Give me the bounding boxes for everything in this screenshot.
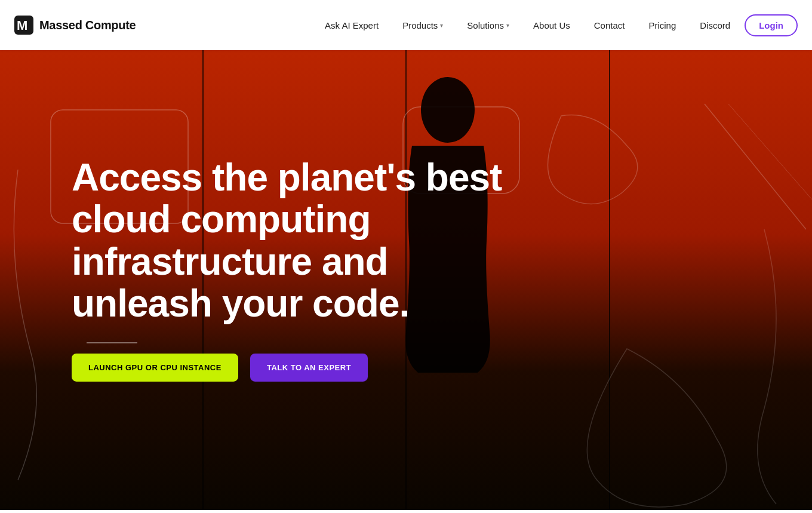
nav-item-pricing[interactable]: Pricing (639, 16, 685, 35)
nav-item-solutions[interactable]: Solutions ▾ (457, 16, 519, 35)
brand-name: Massed Compute (39, 19, 136, 32)
nav-label-pricing: Pricing (648, 20, 676, 30)
nav-label-about: About Us (533, 20, 570, 30)
nav-label-ask-ai: Ask AI Expert (325, 20, 379, 30)
brand-link[interactable]: M Massed Compute (14, 16, 136, 35)
chevron-down-icon: ▾ (440, 22, 443, 29)
navbar-nav: Ask AI Expert Products ▾ Solutions ▾ Abo… (315, 14, 798, 36)
nav-label-discord: Discord (700, 20, 730, 30)
nav-item-contact[interactable]: Contact (585, 16, 635, 35)
nav-item-products[interactable]: Products ▾ (393, 16, 453, 35)
svg-text:M: M (17, 18, 27, 33)
talk-to-expert-button[interactable]: TALK TO AN EXPERT (250, 353, 368, 381)
nav-label-products: Products (402, 20, 438, 30)
nav-label-solutions: Solutions (467, 20, 504, 30)
panel-4 (610, 50, 813, 510)
chevron-down-icon: ▾ (506, 22, 509, 29)
brand-logo-icon: M (14, 16, 33, 35)
nav-label-contact: Contact (594, 20, 625, 30)
hero-content: Access the planet's best cloud computing… (72, 156, 513, 382)
nav-item-ask-ai[interactable]: Ask AI Expert (315, 16, 388, 35)
hero-section: Access the planet's best cloud computing… (0, 50, 812, 510)
launch-instance-button[interactable]: LAUNCH GPU OR CPU INSTANCE (72, 353, 238, 381)
hero-buttons: LAUNCH GPU OR CPU INSTANCE TALK TO AN EX… (72, 353, 513, 381)
nav-item-discord[interactable]: Discord (690, 16, 740, 35)
below-hero-section: Explore our offerings: (0, 510, 812, 513)
login-button[interactable]: Login (745, 14, 798, 36)
hero-title: Access the planet's best cloud computing… (72, 156, 513, 325)
navbar: M Massed Compute Ask AI Expert Products … (0, 0, 812, 50)
nav-item-about[interactable]: About Us (524, 16, 580, 35)
